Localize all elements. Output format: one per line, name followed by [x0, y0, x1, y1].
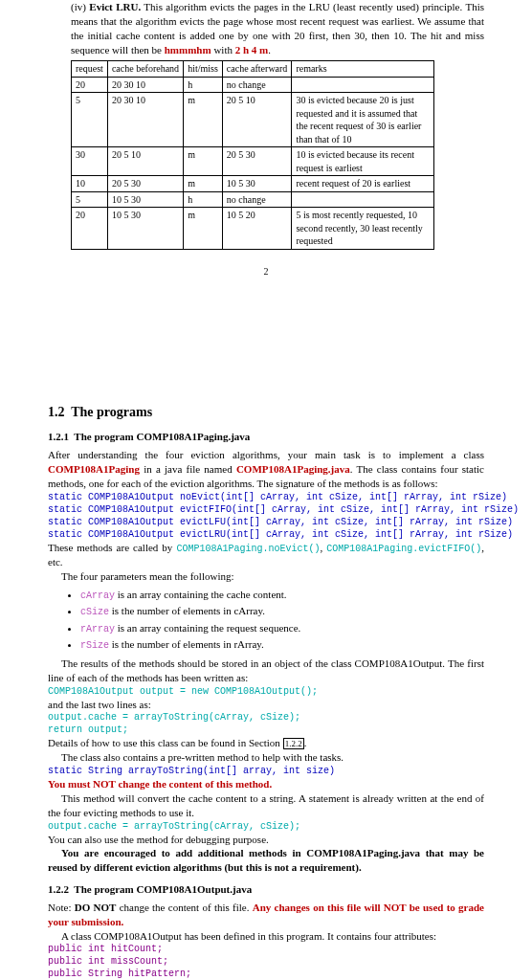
table-row: 5 20 30 10 m 20 5 10 30 is evicted becau…	[72, 93, 434, 147]
section-1-2-1: 1.2.1 The program COMP108A1Paging.java	[48, 430, 484, 444]
table-row: 10 20 5 30 m 10 5 30 recent request of 2…	[72, 176, 434, 192]
attr-hitcount: public int hitCount;	[48, 943, 484, 955]
col-hitmiss: hit/miss	[184, 61, 223, 78]
para-debug: You can also use the method for debuggin…	[48, 833, 484, 847]
attr-misscount: public int missCount;	[48, 955, 484, 968]
para-note: Note: DO NOT change the content of this …	[48, 901, 484, 929]
table-header-row: request cache beforehand hit/miss cache …	[72, 61, 434, 78]
lru-table: request cache beforehand hit/miss cache …	[71, 60, 434, 250]
table-row: 20 10 5 30 m 10 5 20 5 is most recently …	[72, 208, 434, 250]
code-return: return output;	[48, 724, 484, 736]
table-row: 30 20 5 10 m 20 5 30 10 is evicted becau…	[72, 147, 434, 176]
col-before: cache beforehand	[107, 61, 183, 78]
para-intro: After understanding the four eviction al…	[48, 448, 484, 491]
item-iv: (iv) Evict LRU. This algorithm evicts th…	[48, 0, 484, 56]
list-item: rSize is the number of elements in rArra…	[80, 637, 484, 653]
code-output-cache-2: output.cache = arrayToString(cArray, cSi…	[48, 820, 484, 833]
para-class-defined: A class COMP108A1Output has been defined…	[48, 929, 484, 944]
warning-1: You must NOT change the content of this …	[48, 777, 484, 791]
code-output-cache: output.cache = arrayToString(cArray, cSi…	[48, 711, 484, 724]
code-output-new: COMP108A1Output output = new COMP108A1Ou…	[48, 685, 484, 698]
hit-miss-seq: hmmmhm	[165, 44, 211, 56]
list-item: cArray is an array containing the cache …	[80, 588, 484, 603]
page-number: 2	[48, 265, 484, 278]
code-arraytostring: static String arrayToString(int[] array,…	[48, 765, 484, 777]
para-prewritten: The class also contains a pre-written me…	[48, 750, 484, 765]
para-called-by: These methods are called by COMP108A1Pag…	[48, 541, 484, 569]
table-row: 20 20 30 10 h no change	[72, 77, 434, 93]
item-title: Evict LRU.	[89, 1, 141, 12]
section-1-2: 1.2 The programs	[48, 404, 484, 422]
table-row: 5 10 5 30 h no change	[72, 191, 434, 208]
section-1-2-2: 1.2.2 The program COMP108A1Output.java	[48, 882, 484, 897]
para-details: Details of how to use this class can be …	[48, 736, 484, 750]
attr-hitpattern: public String hitPattern;	[48, 968, 484, 980]
para-last-two: and the last two lines as:	[48, 698, 484, 712]
list-item: rArray is an array containing the reques…	[80, 621, 484, 636]
item-label: (iv)	[71, 1, 86, 12]
method-signatures: static COMP108A1Output noEvict(int[] cAr…	[48, 491, 484, 541]
params-list: cArray is an array containing the cache …	[48, 588, 484, 653]
col-after: cache afterward	[222, 61, 292, 78]
class-name-1: COMP108A1Paging	[48, 463, 140, 475]
para-convert: This method will convert the cache conte…	[48, 791, 484, 820]
para-results: The results of the methods should be sto…	[48, 657, 484, 685]
col-request: request	[72, 61, 108, 78]
col-remarks: remarks	[292, 61, 434, 78]
para-encouraged: You are encouraged to add additional met…	[48, 846, 484, 875]
params-intro: The four parameters mean the following:	[48, 569, 484, 584]
list-item: cSize is the number of elements in cArra…	[80, 604, 484, 619]
section-ref[interactable]: 1.2.2	[283, 738, 304, 749]
class-file-1: COMP108A1Paging.java	[236, 463, 350, 475]
hit-miss-count: 2 h 4 m	[235, 44, 269, 56]
